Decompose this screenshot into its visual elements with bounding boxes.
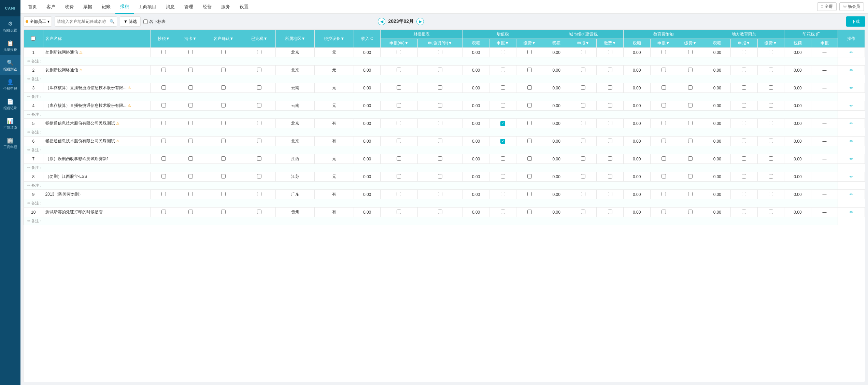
- row-qingka[interactable]: [177, 208, 204, 217]
- edu-pay-checkbox[interactable]: [688, 85, 693, 90]
- row-vat-apply[interactable]: [489, 48, 516, 57]
- financial-month-checkbox[interactable]: [438, 50, 442, 54]
- data-table-container[interactable]: 客户名称 抄税▼ 清卡▼ 客户确认▼ 已完税▼ 所属地区▼ 税控设备▼ 收入 C…: [23, 29, 865, 382]
- row-city-pay[interactable]: [597, 190, 624, 199]
- row-edu-apply[interactable]: [650, 83, 677, 93]
- edu-apply-checkbox[interactable]: [661, 139, 666, 143]
- row-chaoshui[interactable]: [150, 154, 177, 164]
- th-localedu-apply[interactable]: 申报▼: [731, 39, 758, 48]
- localedu-apply-checkbox[interactable]: [742, 68, 746, 72]
- th-localedu-pay[interactable]: 缴费▼: [757, 39, 784, 48]
- row-localedu-pay[interactable]: [757, 101, 784, 111]
- row-stamp-apply[interactable]: —: [811, 48, 838, 57]
- row-stamp-apply[interactable]: —: [811, 66, 838, 75]
- row-city-pay[interactable]: [597, 172, 624, 182]
- row-qingka[interactable]: [177, 119, 204, 128]
- th-edu-pay[interactable]: 缴费▼: [677, 39, 704, 48]
- localedu-pay-checkbox[interactable]: [769, 192, 773, 196]
- confirm-checkbox[interactable]: [221, 121, 226, 125]
- localedu-pay-checkbox[interactable]: [769, 68, 773, 72]
- sidebar-item-baoshuishezhi[interactable]: ⚙ 报税设置: [0, 16, 20, 36]
- localedu-pay-checkbox[interactable]: [769, 85, 773, 90]
- row-financial-year[interactable]: [381, 48, 417, 57]
- row-vat-pay[interactable]: [516, 208, 543, 217]
- row-confirm[interactable]: [204, 66, 243, 75]
- row-edu-pay[interactable]: [677, 154, 704, 164]
- confirm-checkbox[interactable]: [221, 210, 226, 214]
- row-localedu-pay[interactable]: [757, 172, 784, 182]
- row-completed[interactable]: [243, 83, 276, 93]
- city-apply-checkbox[interactable]: [581, 210, 585, 214]
- edu-apply-checkbox[interactable]: [661, 156, 666, 161]
- row-city-pay[interactable]: [597, 208, 624, 217]
- row-stamp-apply[interactable]: —: [811, 101, 838, 111]
- city-apply-checkbox[interactable]: [581, 192, 585, 196]
- fullscreen-button[interactable]: □ 全屏: [817, 2, 837, 11]
- row-localedu-apply[interactable]: [731, 137, 758, 146]
- financial-month-checkbox[interactable]: [438, 156, 442, 161]
- row-financial-month[interactable]: [417, 101, 463, 111]
- row-name[interactable]: 勿删新锐网络通信 ⚠: [43, 48, 150, 57]
- row-localedu-pay[interactable]: [757, 83, 784, 93]
- qingka-checkbox[interactable]: [188, 85, 193, 90]
- row-completed[interactable]: [243, 137, 276, 146]
- edu-apply-checkbox[interactable]: [661, 174, 666, 179]
- row-chaoshui[interactable]: [150, 172, 177, 182]
- city-apply-checkbox[interactable]: [581, 103, 585, 108]
- financial-year-checkbox[interactable]: [397, 156, 401, 161]
- financial-month-checkbox[interactable]: [438, 121, 442, 125]
- financial-year-checkbox[interactable]: [397, 139, 401, 143]
- mingxia-checkbox[interactable]: [143, 19, 148, 24]
- row-financial-month[interactable]: [417, 119, 463, 128]
- city-pay-checkbox[interactable]: [608, 210, 612, 214]
- th-financial-month[interactable]: 申报(月/季)▼: [417, 39, 463, 48]
- confirm-checkbox[interactable]: [221, 50, 226, 54]
- edu-apply-checkbox[interactable]: [661, 121, 666, 125]
- row-edu-apply[interactable]: [650, 66, 677, 75]
- row-confirm[interactable]: [204, 119, 243, 128]
- edu-apply-checkbox[interactable]: [661, 210, 666, 214]
- row-vat-apply[interactable]: [489, 208, 516, 217]
- edu-pay-checkbox[interactable]: [688, 103, 693, 108]
- vat-apply-checkbox[interactable]: [501, 68, 505, 72]
- row-edu-apply[interactable]: [650, 119, 677, 128]
- row-edu-pay[interactable]: [677, 83, 704, 93]
- row-completed[interactable]: [243, 119, 276, 128]
- row-city-apply[interactable]: [570, 101, 597, 111]
- nav-tax[interactable]: 报税: [115, 0, 134, 14]
- row-vat-apply[interactable]: [489, 154, 516, 164]
- edit-icon[interactable]: ✏: [850, 174, 853, 179]
- city-pay-checkbox[interactable]: [608, 85, 612, 90]
- localedu-pay-checkbox[interactable]: [769, 139, 773, 143]
- confirm-checkbox[interactable]: [221, 192, 226, 196]
- chaoshui-checkbox[interactable]: [161, 50, 166, 54]
- row-operations[interactable]: ✏: [838, 172, 865, 182]
- vat-apply-checkbox[interactable]: [501, 85, 505, 90]
- vat-pay-checkbox[interactable]: [527, 210, 532, 214]
- edu-apply-checkbox[interactable]: [661, 85, 666, 90]
- search-box[interactable]: 🔍: [55, 16, 117, 27]
- row-vat-pay[interactable]: [516, 83, 543, 93]
- financial-year-checkbox[interactable]: [397, 121, 401, 125]
- th-edu-apply[interactable]: 申报▼: [650, 39, 677, 48]
- row-city-pay[interactable]: [597, 48, 624, 57]
- city-pay-checkbox[interactable]: [608, 192, 612, 196]
- row-financial-month[interactable]: [417, 172, 463, 182]
- row-chaoshui[interactable]: [150, 119, 177, 128]
- row-name[interactable]: （勿删）江西股宝-LSS: [43, 172, 150, 182]
- city-apply-checkbox[interactable]: [581, 156, 585, 161]
- row-confirm[interactable]: [204, 190, 243, 199]
- row-city-apply[interactable]: [570, 48, 597, 57]
- financial-month-checkbox[interactable]: [438, 174, 442, 179]
- row-name[interactable]: 畅捷通信息技术股份有限公司民珠测试 ⚠: [43, 137, 150, 146]
- row-localedu-apply[interactable]: [731, 83, 758, 93]
- localedu-apply-checkbox[interactable]: [742, 121, 746, 125]
- row-edu-apply[interactable]: [650, 48, 677, 57]
- row-completed[interactable]: [243, 154, 276, 164]
- row-stamp-apply[interactable]: —: [811, 154, 838, 164]
- edu-apply-checkbox[interactable]: [661, 50, 666, 54]
- qingka-checkbox[interactable]: [188, 192, 193, 196]
- completed-checkbox[interactable]: [257, 210, 261, 214]
- row-vat-apply[interactable]: [489, 190, 516, 199]
- download-button[interactable]: 下载: [846, 16, 865, 27]
